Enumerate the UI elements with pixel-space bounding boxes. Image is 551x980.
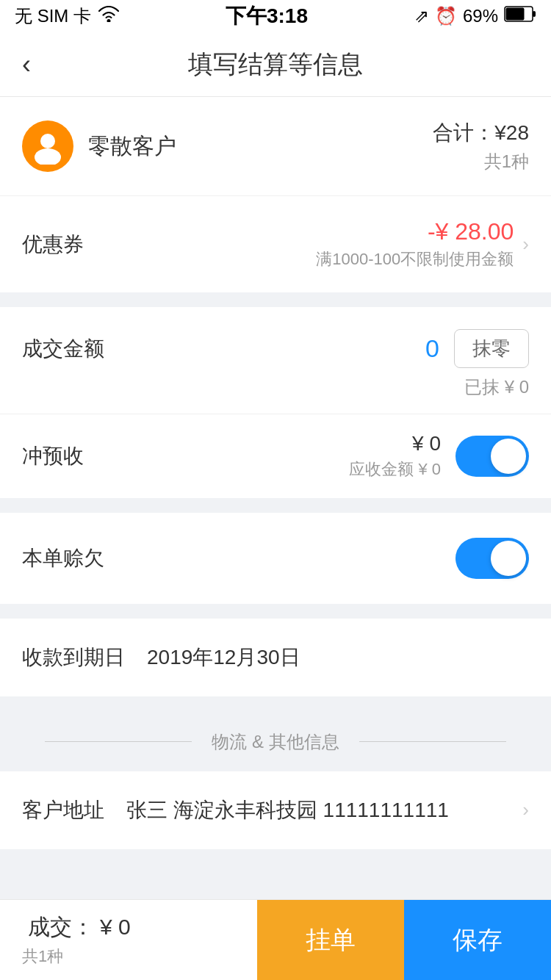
address-label: 客户地址 bbox=[22, 796, 104, 824]
deal-prefix: 成交： bbox=[28, 915, 94, 939]
precollect-sub: 应收金额 ¥ 0 bbox=[349, 458, 441, 480]
customer-info: 零散客户 bbox=[22, 120, 176, 172]
amount-row: 成交金额 0 抹零 bbox=[0, 307, 551, 375]
credit-toggle-thumb bbox=[491, 541, 526, 576]
toggle-thumb bbox=[491, 439, 526, 474]
precollect-values: ¥ 0 应收金额 ¥ 0 bbox=[349, 432, 441, 480]
due-date-value: 2019年12月30日 bbox=[147, 644, 300, 671]
bottom-deal-text: 成交：¥ 0 bbox=[22, 912, 235, 943]
precollect-label: 冲预收 bbox=[22, 442, 84, 470]
status-bar-right: ⇗ ⏰ 69% bbox=[414, 6, 536, 26]
coupon-value-block: -¥ 28.00 满1000-100不限制使用金额 bbox=[316, 218, 514, 270]
due-date-section: 收款到期日 2019年12月30日 bbox=[0, 619, 551, 696]
customer-name: 零散客户 bbox=[88, 131, 176, 162]
back-button[interactable]: ‹ bbox=[22, 49, 31, 80]
sim-text: 无 SIM 卡 bbox=[15, 4, 91, 28]
svg-rect-1 bbox=[533, 11, 536, 17]
bottom-left: 成交：¥ 0 共1种 bbox=[0, 912, 257, 968]
address-value: 张三 海淀永丰科技园 11111111111 bbox=[126, 796, 449, 824]
coupon-amount: -¥ 28.00 bbox=[316, 218, 514, 245]
avatar bbox=[22, 120, 73, 172]
precollect-row: 冲预收 ¥ 0 应收金额 ¥ 0 bbox=[0, 414, 551, 498]
due-date-label: 收款到期日 bbox=[22, 644, 125, 671]
address-left: 客户地址 张三 海淀永丰科技园 11111111111 bbox=[22, 796, 449, 824]
total-amount: 合计：¥28 bbox=[433, 119, 529, 147]
battery-text: 69% bbox=[463, 6, 498, 26]
svg-rect-2 bbox=[505, 8, 524, 21]
page-title: 填写结算等信息 bbox=[188, 48, 363, 82]
status-bar-left: 无 SIM 卡 bbox=[15, 4, 119, 28]
bottom-bar: 成交：¥ 0 共1种 挂单 保存 bbox=[0, 899, 551, 980]
svg-point-3 bbox=[40, 134, 55, 148]
precollect-toggle[interactable] bbox=[455, 436, 529, 477]
precollect-amount: ¥ 0 bbox=[349, 432, 441, 455]
amount-right: 0 抹零 bbox=[425, 329, 529, 368]
location-icon: ⇗ bbox=[414, 6, 429, 26]
amount-value: 0 bbox=[425, 334, 439, 363]
logistics-text: 物流 & 其他信息 bbox=[212, 732, 339, 752]
wifi-icon bbox=[98, 6, 119, 26]
nav-bar: ‹ 填写结算等信息 bbox=[0, 32, 551, 97]
amount-label: 成交金额 bbox=[22, 335, 104, 363]
total-count: 共1种 bbox=[433, 150, 529, 173]
coupon-row[interactable]: 优惠券 -¥ 28.00 满1000-100不限制使用金额 › bbox=[0, 195, 551, 292]
alarm-icon: ⏰ bbox=[435, 6, 457, 26]
chevron-right-icon: › bbox=[522, 233, 529, 256]
customer-row: 零散客户 合计：¥28 共1种 bbox=[0, 97, 551, 195]
credit-section: 本单赊欠 bbox=[0, 513, 551, 604]
credit-label: 本单赊欠 bbox=[22, 544, 104, 572]
bottom-count: 共1种 bbox=[22, 945, 235, 968]
status-bar-time: 下午3:18 bbox=[226, 2, 308, 30]
battery-icon bbox=[504, 6, 536, 26]
coupon-right: -¥ 28.00 满1000-100不限制使用金额 › bbox=[316, 218, 529, 270]
hold-button[interactable]: 挂单 bbox=[257, 900, 404, 981]
amount-sub: 已抹 ¥ 0 bbox=[0, 375, 551, 414]
precollect-right: ¥ 0 应收金额 ¥ 0 bbox=[349, 432, 529, 480]
coupon-label: 优惠券 bbox=[22, 231, 84, 259]
svg-point-4 bbox=[35, 148, 61, 165]
round-button[interactable]: 抹零 bbox=[454, 329, 529, 368]
amount-section: 成交金额 0 抹零 已抹 ¥ 0 冲预收 ¥ 0 应收金额 ¥ 0 bbox=[0, 307, 551, 498]
logistics-header: 物流 & 其他信息 bbox=[0, 711, 551, 771]
status-bar: 无 SIM 卡 下午3:18 ⇗ ⏰ 69% bbox=[0, 0, 551, 32]
coupon-desc: 满1000-100不限制使用金额 bbox=[316, 248, 514, 270]
address-chevron-icon: › bbox=[522, 799, 529, 821]
customer-section: 零散客户 合计：¥28 共1种 优惠券 -¥ 28.00 满1000-100不限… bbox=[0, 97, 551, 292]
save-button[interactable]: 保存 bbox=[404, 900, 551, 981]
deal-amount: ¥ 0 bbox=[100, 915, 131, 939]
address-section[interactable]: 客户地址 张三 海淀永丰科技园 11111111111 › bbox=[0, 771, 551, 849]
customer-right: 合计：¥28 共1种 bbox=[433, 119, 529, 173]
credit-toggle[interactable] bbox=[455, 538, 529, 579]
